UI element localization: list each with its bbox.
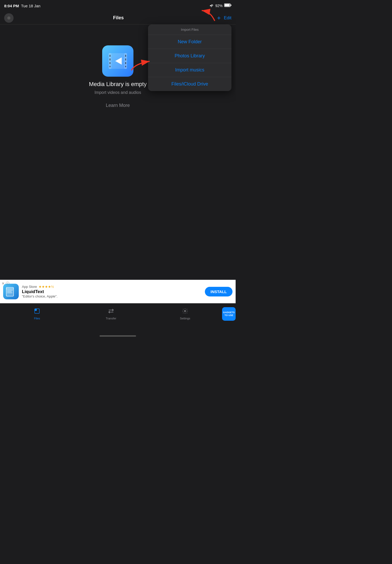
dropdown-item-import-musics[interactable]: Import musics [148, 63, 231, 77]
battery-percent: 92% [215, 4, 223, 8]
svg-rect-12 [125, 55, 126, 57]
empty-state-subtitle: Import videos and audios [95, 90, 141, 95]
ad-source-row: App Store ★★★★½ [22, 285, 202, 289]
watermark-text: GADGETSTO USE [223, 311, 235, 317]
empty-state-title: Media Library is empty [89, 81, 146, 88]
status-right: 92% [209, 3, 231, 8]
ad-tagline: "Editor's choice, Apple". [22, 294, 202, 298]
svg-rect-21 [7, 291, 12, 292]
tab-settings-label: Settings [180, 317, 190, 320]
ad-banner: ✕ ⓘ App Store ★★★★½ LiquidText "Editor's… [0, 280, 236, 303]
dropdown-item-new-folder[interactable]: New Folder [148, 35, 231, 49]
status-time: 8:04 PM [4, 4, 19, 8]
add-button[interactable]: + [217, 14, 221, 22]
files-tab-icon [34, 308, 40, 316]
svg-rect-15 [125, 66, 126, 67]
page-title: Files [113, 15, 124, 21]
svg-point-4 [7, 16, 10, 20]
svg-rect-13 [125, 58, 126, 60]
svg-point-27 [184, 310, 186, 312]
svg-rect-11 [109, 66, 111, 67]
tab-bar: Files Transfer Settings GADGETSTO USE [0, 303, 236, 324]
tab-settings[interactable]: Settings [148, 308, 222, 320]
back-button[interactable] [4, 13, 14, 23]
ad-close-button[interactable]: ✕ ⓘ [2, 281, 9, 286]
nav-left [4, 13, 20, 23]
svg-rect-8 [109, 55, 111, 57]
tab-files-label: Files [34, 317, 40, 320]
svg-rect-20 [7, 290, 13, 290]
svg-rect-24 [35, 309, 37, 311]
dropdown-header: Import Files [148, 25, 231, 35]
learn-more-link[interactable]: Learn More [106, 103, 130, 108]
svg-rect-2 [225, 4, 230, 7]
svg-rect-14 [125, 62, 126, 64]
wifi-icon [209, 3, 214, 8]
status-date: Tue 18 Jan [21, 4, 41, 8]
dropdown-menu: Import Files New Folder Photos Library I… [148, 25, 231, 91]
ad-source: App Store [22, 285, 37, 289]
settings-tab-icon [182, 308, 188, 316]
tab-transfer[interactable]: Transfer [74, 308, 148, 320]
annotation-arrow-middle [129, 57, 152, 74]
svg-rect-10 [109, 62, 111, 64]
edit-button[interactable]: Edit [224, 15, 231, 21]
battery-icon [224, 3, 231, 8]
tab-files[interactable]: Files [0, 308, 74, 320]
ad-info: App Store ★★★★½ LiquidText "Editor's cho… [22, 285, 202, 298]
svg-rect-1 [231, 4, 231, 6]
home-indicator [100, 335, 136, 337]
tab-transfer-label: Transfer [106, 317, 117, 320]
dropdown-item-photos-library[interactable]: Photos Library [148, 49, 231, 63]
install-button[interactable]: INSTALL [205, 287, 232, 296]
svg-rect-9 [109, 58, 111, 60]
transfer-tab-icon [108, 308, 114, 316]
annotation-arrow-top [197, 8, 217, 25]
svg-rect-22 [7, 293, 12, 293]
watermark-logo: GADGETSTO USE [222, 307, 236, 321]
ad-stars: ★★★★½ [39, 285, 54, 289]
ad-app-name: LiquidText [22, 289, 202, 294]
ad-app-icon [3, 284, 19, 299]
dropdown-item-files-icloud[interactable]: Files/iCloud Drive [148, 77, 231, 91]
nav-right: + Edit [217, 14, 231, 22]
